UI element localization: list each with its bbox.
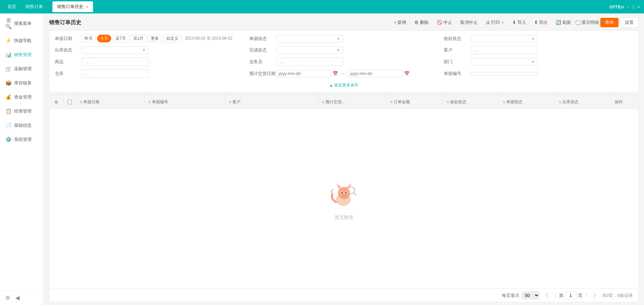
tab-sales-order[interactable]: 销售订单 ×	[21, 1, 52, 12]
sort-customer-icon[interactable]: ⇅	[229, 100, 231, 104]
top-bar-right: OfTEn − □ ×	[609, 4, 644, 9]
sidebar-item-quick-nav[interactable]: ⚡ 快捷导航	[0, 34, 43, 48]
sidebar-item-sales-mgmt[interactable]: 📊 销售管理	[0, 48, 43, 62]
filter-row-2: 出库状态 ▼ 完成状态 ▼ 客户 ...	[55, 46, 633, 54]
date-range: 2023-06-02 至 2023-06-02	[185, 36, 232, 41]
complete-status-control: ▼	[276, 46, 438, 54]
sidebar-item-sales-mgmt-label: 销售管理	[14, 52, 32, 58]
close-btn[interactable]: ×	[637, 4, 640, 9]
expected-delivery-label: 预计交货日期	[249, 71, 276, 77]
order-status-select[interactable]: ▼	[276, 35, 343, 42]
settings-button[interactable]: 设置	[620, 17, 639, 28]
sidebar-item-inventory-calc[interactable]: 📦 库存核算	[0, 76, 43, 90]
date-btn-yesterday[interactable]: 昨天	[82, 35, 96, 42]
cancel-stop-button[interactable]: 取消中止	[457, 18, 481, 27]
sidebar-item-purchase-mgmt[interactable]: 🛒 采购管理	[0, 62, 43, 76]
calendar-to-icon[interactable]: 📅	[404, 71, 410, 76]
order-no-input[interactable]	[471, 72, 538, 75]
salesperson-label: 业务员	[249, 59, 276, 65]
import-button[interactable]: ⬇ 导入	[509, 18, 529, 27]
sort-amount-icon[interactable]: ⇅	[390, 100, 393, 104]
tab-sales-order-history[interactable]: 销售订单历史 ×	[52, 1, 93, 12]
query-button[interactable]: 查询	[600, 18, 618, 27]
tab-sales-order-history-label: 销售订单历史	[57, 4, 83, 10]
date-btn-today[interactable]: 今天	[97, 35, 111, 42]
complete-status-label: 完成状态	[249, 47, 276, 53]
maximize-btn[interactable]: □	[632, 4, 635, 9]
add-button[interactable]: + 新增	[390, 18, 410, 27]
th-checkbox[interactable]	[63, 96, 76, 109]
table-area: ⚙ ⇅ 单据日期 ⇅ 单据编号 ⇅ 客户 ⇅	[49, 95, 639, 302]
display-toggle-checkbox[interactable]	[576, 21, 580, 25]
warehouse-input[interactable]: ...	[82, 69, 149, 78]
first-page-btn[interactable]: 《	[542, 292, 549, 299]
th-customer: ⇅ 客户	[225, 96, 318, 109]
tab-sales-order-history-close[interactable]: ×	[86, 5, 88, 9]
sort-up-icon[interactable]: ⇅	[80, 100, 82, 104]
next-page-btn[interactable]: 〉	[584, 292, 591, 299]
page-size-select[interactable]: 20 50 100	[522, 292, 540, 299]
sidebar-bottom: ⚙ ◀	[0, 290, 43, 305]
warehouse-ellipsis[interactable]: ...	[85, 71, 91, 76]
payment-status-arrow-icon: ▼	[531, 37, 535, 41]
expected-delivery-from[interactable]	[276, 70, 331, 77]
prev-page-btn[interactable]: 〈	[551, 292, 558, 299]
customer-ellipsis[interactable]: ...	[474, 47, 480, 52]
stop-button[interactable]: 🚫 中止	[433, 18, 456, 27]
complete-status-select[interactable]: ▼	[276, 46, 343, 54]
select-all-checkbox[interactable]	[68, 100, 72, 104]
date-btn-1month[interactable]: 近1月	[130, 35, 147, 42]
print-button[interactable]: 🖨 打印 ▼	[482, 18, 508, 27]
refresh-button[interactable]: 🔄 刷新	[552, 18, 574, 27]
tab-sales-order-close[interactable]: ×	[46, 5, 48, 9]
customer-label: 客户	[444, 47, 471, 53]
sort-order-status-icon[interactable]: ⇅	[503, 100, 505, 104]
last-page-btn[interactable]: 》	[592, 292, 599, 299]
sort-delivery-icon[interactable]: ⇅	[322, 100, 325, 104]
salesperson-ellipsis[interactable]: ...	[279, 59, 286, 64]
brand-label: OfTEn	[609, 4, 624, 9]
th-settings[interactable]: ⚙	[49, 96, 63, 109]
page-unit: 页	[578, 293, 583, 299]
calendar-from-icon[interactable]: 📅	[333, 71, 338, 76]
customer-input[interactable]: ...	[471, 46, 538, 54]
delete-button[interactable]: 🗑 删除	[411, 18, 432, 27]
collapse-btn[interactable]: ▲ 收起更多条件	[329, 82, 358, 88]
minimize-btn[interactable]: −	[627, 4, 630, 9]
display-toggle-label: 显示明细	[582, 20, 599, 26]
ops-mgmt-icon: 📋	[5, 108, 11, 114]
department-select[interactable]: ▼	[471, 58, 538, 66]
complete-status-arrow-icon: ▼	[337, 48, 340, 52]
sidebar-item-sys-mgmt[interactable]: ⚙️ 系统管理	[0, 132, 43, 147]
sort-out-status-icon[interactable]: ⇅	[559, 100, 561, 104]
sidebar-item-base-info[interactable]: 📄 基础信息	[0, 118, 43, 132]
tab-sales-order-label: 销售订单	[26, 4, 43, 10]
out-status-select[interactable]: ▼	[82, 46, 149, 54]
export-button[interactable]: ⬆ 导出	[531, 18, 551, 27]
quick-nav-icon: ⚡	[5, 38, 11, 44]
product-ellipsis[interactable]: ...	[85, 59, 91, 64]
sidebar-item-search-menu[interactable]: ☰🔍 搜索菜单	[0, 13, 43, 34]
warehouse-control: ...	[82, 69, 244, 78]
th-out-status: ⇅ 出库状态	[555, 96, 611, 109]
salesperson-input[interactable]: ...	[276, 58, 343, 66]
date-btn-custom[interactable]: 自定义	[163, 35, 181, 42]
svg-point-7	[341, 192, 343, 194]
sidebar-settings-icon[interactable]: ⚙	[5, 295, 10, 301]
date-btn-more[interactable]: 更多	[148, 35, 162, 42]
expected-delivery-to[interactable]	[348, 70, 403, 77]
sidebar-item-finance-mgmt[interactable]: 💰 资金管理	[0, 90, 43, 104]
sidebar-item-ops-mgmt[interactable]: 📋 经营管理	[0, 104, 43, 118]
svg-point-9	[345, 192, 347, 194]
settings-icon: ⚙	[54, 100, 58, 105]
sidebar-collapse-icon[interactable]: ◀	[15, 295, 19, 301]
sort-payment-icon[interactable]: ⇅	[446, 100, 449, 104]
product-input[interactable]: ...	[82, 58, 149, 66]
payment-status-select[interactable]: ▼	[471, 35, 538, 42]
page-input[interactable]	[565, 292, 577, 299]
tab-home[interactable]: 首页	[3, 1, 21, 12]
date-btn-7days[interactable]: 近7天	[113, 35, 129, 42]
sort-num-icon[interactable]: ⇅	[148, 100, 151, 104]
page-nav: 《 〈 第 页 〉 》	[542, 292, 599, 299]
svg-point-10	[343, 195, 345, 196]
